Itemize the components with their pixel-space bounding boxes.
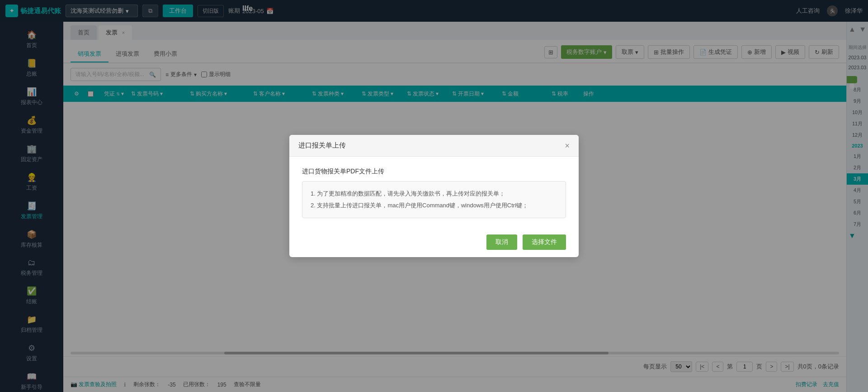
modal-overlay[interactable]: 进口报关单上传 × 进口货物报关单PDF文件上传 1. 为了更加精准的数据匹配，… <box>0 0 868 392</box>
import-modal: 进口报关单上传 × 进口货物报关单PDF文件上传 1. 为了更加精准的数据匹配，… <box>289 135 579 257</box>
instruction-1: 1. 为了更加精准的数据匹配，请先录入海关缴款书，再上传对应的报关单； <box>311 188 557 200</box>
modal-body: 进口货物报关单PDF文件上传 1. 为了更加精准的数据匹配，请先录入海关缴款书，… <box>289 157 579 227</box>
instruction-2: 2. 支持批量上传进口报关单，mac用户使用Command键，windows用户… <box>311 200 557 211</box>
modal-header: 进口报关单上传 × <box>289 135 579 157</box>
modal-title: 进口报关单上传 <box>298 141 346 150</box>
modal-info-box: 1. 为了更加精准的数据匹配，请先录入海关缴款书，再上传对应的报关单； 2. 支… <box>302 181 566 218</box>
select-file-button[interactable]: 选择文件 <box>523 234 566 250</box>
modal-close-button[interactable]: × <box>565 142 570 150</box>
modal-cancel-button[interactable]: 取消 <box>486 234 517 250</box>
modal-section-title: 进口货物报关单PDF文件上传 <box>302 167 566 176</box>
modal-footer: 取消 选择文件 <box>289 227 579 257</box>
